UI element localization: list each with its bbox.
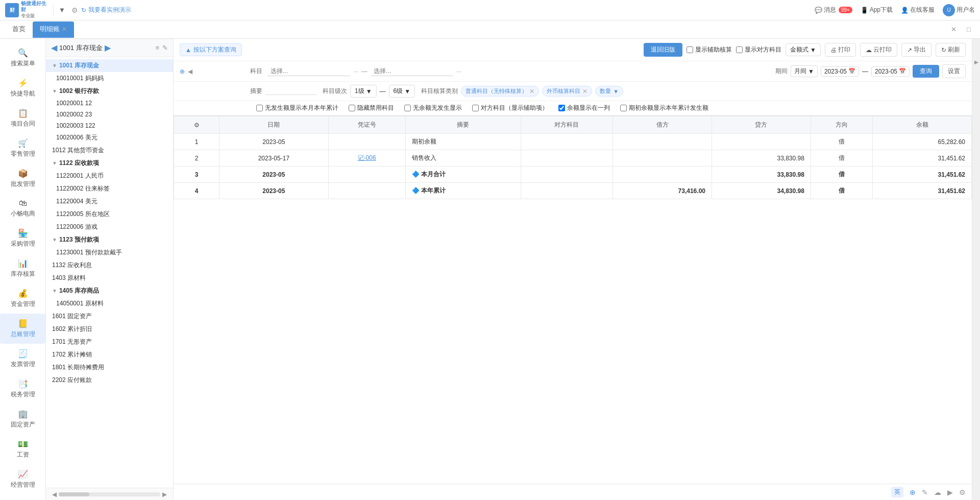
online-service-btn[interactable]: 👤 在线客服: [901, 6, 935, 14]
status-cloud-icon[interactable]: ☁: [934, 488, 941, 496]
breadcrumb-current[interactable]: ▲ 按以下方案查询: [180, 43, 242, 56]
tree-node-1403[interactable]: 1403 原材料: [46, 272, 173, 284]
nav-item-purchase[interactable]: 🏪 采购管理: [0, 223, 45, 253]
nav-item-ledger[interactable]: 📒 总账管理: [0, 314, 45, 344]
row2-voucher[interactable]: 记-006: [328, 150, 405, 166]
status-plus-icon[interactable]: ⊕: [910, 488, 916, 496]
export-btn[interactable]: ↗ 导出: [901, 43, 932, 57]
nav-item-assets[interactable]: 🏢 固定资产: [0, 404, 45, 434]
tree-node-1701[interactable]: 1701 无形资产: [46, 336, 173, 348]
tag-foreign-close-icon[interactable]: ✕: [582, 88, 587, 95]
period-start-select[interactable]: 2023-05 📅: [821, 66, 859, 77]
period-type-select[interactable]: 月间 ▼: [791, 65, 818, 77]
tree-node-11220005[interactable]: 11220005 所在地区: [46, 208, 173, 221]
nav-item-management[interactable]: 📈 经营管理: [0, 464, 45, 494]
tree-node-11220001[interactable]: 11220001 人民币: [46, 170, 173, 182]
tree-node-1702[interactable]: 1702 累计摊销: [46, 348, 173, 361]
status-play-icon[interactable]: ▶: [947, 488, 953, 496]
tree-node-1601[interactable]: 1601 固定资产: [46, 310, 173, 323]
nav-item-invoice[interactable]: 🧾 发票管理: [0, 344, 45, 374]
return-old-btn[interactable]: 退回旧版: [644, 43, 682, 57]
tree-node-10020001[interactable]: 10020001 12: [46, 98, 173, 109]
status-cn-icon[interactable]: 英: [891, 487, 903, 497]
tree-node-10020003[interactable]: 10020003 122: [46, 120, 173, 131]
nav-item-search[interactable]: 🔍 搜索菜单: [0, 43, 45, 73]
amount-format-select[interactable]: 金额式 ▼: [786, 43, 821, 56]
nav-item-project[interactable]: 📋 项目合同: [0, 103, 45, 133]
tab-home[interactable]: 首页: [5, 21, 33, 38]
nav-item-expense[interactable]: 💳 小畅报销: [0, 494, 45, 500]
tab-close-icon[interactable]: ✕: [62, 26, 67, 33]
tab-detail[interactable]: 明细账 ✕: [33, 21, 74, 38]
tree-edit-icon[interactable]: ✎: [162, 44, 168, 52]
tree-node-2202[interactable]: 2202 应付账款: [46, 374, 173, 387]
tree-node-10010001[interactable]: 10010001 妈妈妈: [46, 72, 173, 85]
message-btn[interactable]: 💬 消息 99+: [815, 6, 852, 14]
tree-node-11230001[interactable]: 11230001 预付款款戴手: [46, 246, 173, 259]
nav-item-inventory[interactable]: 📊 库存核算: [0, 253, 45, 283]
cb-hide-disabled[interactable]: 隐藏禁用科目: [349, 104, 394, 112]
cloud-print-btn[interactable]: ☁ 云打印: [860, 43, 897, 57]
tree-node-1122[interactable]: ▼ 1122 应收款项: [46, 157, 173, 170]
col-settings[interactable]: ⚙: [174, 116, 219, 134]
collapse-icon[interactable]: ◀: [188, 68, 192, 75]
tree-node-10020006[interactable]: 10020006 美元: [46, 131, 173, 144]
arrow-left-icon[interactable]: ◀: [51, 43, 57, 53]
subject-filter-input[interactable]: [267, 66, 350, 76]
cb-contra-subject[interactable]: 对方科目（显示辅助项）: [472, 104, 548, 112]
tree-node-11220002[interactable]: 11220002 往来标签: [46, 182, 173, 195]
cb-opening-ytd[interactable]: 期初余额显示本年累计发生额: [620, 104, 708, 112]
nav-item-quick[interactable]: ⚡ 快捷导航: [0, 73, 45, 103]
nav-item-retail[interactable]: 🛒 零售管理: [0, 133, 45, 163]
tree-node-1001[interactable]: ▼ 1001 库存现金: [46, 59, 173, 72]
nav-item-wholesale[interactable]: 📦 批发管理: [0, 163, 45, 194]
tag-quantity[interactable]: 数量 ▼: [595, 86, 623, 97]
tree-scroll-bar[interactable]: ◀ ▶: [46, 488, 173, 500]
app-download-btn[interactable]: 📱 App下载: [861, 6, 893, 14]
demo-button[interactable]: ↻ 我要看实例演示: [81, 6, 131, 14]
nav-item-salary[interactable]: 💵 工资: [0, 434, 45, 464]
tree-node-1132[interactable]: 1132 应收利息: [46, 259, 173, 272]
refresh-btn[interactable]: ↻ 刷新: [936, 43, 966, 57]
cb-balance-one-col[interactable]: 余额显示在一列: [558, 104, 610, 112]
cb-no-amount[interactable]: 无发生额显示本月本年累计: [256, 104, 338, 112]
tree-node-10020002[interactable]: 10020002 23: [46, 109, 173, 120]
cb-no-balance[interactable]: 无余额无发生显示: [404, 104, 462, 112]
nav-item-ecommerce[interactable]: 🛍 小畅电商: [0, 194, 45, 223]
tree-node-1123[interactable]: ▼ 1123 预付款项: [46, 233, 173, 246]
scroll-left-arrow[interactable]: ◀: [50, 491, 59, 498]
status-edit-icon[interactable]: ✎: [922, 488, 928, 496]
tree-node-11220006[interactable]: 11220006 游戏: [46, 221, 173, 233]
window-maximize-btn[interactable]: □: [963, 25, 975, 34]
tree-menu-icon[interactable]: ≡: [155, 44, 159, 52]
summary-input[interactable]: [265, 87, 316, 95]
right-collapse-icon[interactable]: ▶: [974, 59, 978, 65]
level-start-select[interactable]: 1级 ▼: [350, 85, 377, 98]
settings-icon[interactable]: ⚙: [68, 5, 81, 16]
window-close-btn[interactable]: ✕: [947, 25, 961, 34]
tree-node-1405[interactable]: ▼ 1405 库存商品: [46, 284, 173, 297]
user-area[interactable]: U 用户名: [943, 4, 975, 16]
print-btn[interactable]: 🖨 打印: [825, 43, 856, 57]
show-help-calc-checkbox[interactable]: 显示辅助核算: [687, 45, 732, 54]
tree-node-14050001[interactable]: 14050001 原材料: [46, 297, 173, 310]
tree-node-1602[interactable]: 1602 累计折旧: [46, 323, 173, 336]
filter-settings-icon[interactable]: ⊕: [180, 68, 185, 75]
forward-arrow-icon[interactable]: ▶: [105, 43, 111, 53]
tree-node-1002[interactable]: ▼ 1002 银行存款: [46, 85, 173, 98]
nav-item-tax[interactable]: 📑 税务管理: [0, 374, 45, 404]
dropdown-icon[interactable]: ▼: [56, 5, 68, 15]
subject-filter-input2[interactable]: [371, 66, 453, 76]
tree-node-1012[interactable]: 1012 其他货币资金: [46, 144, 173, 157]
tree-node-1801[interactable]: 1801 长期待摊费用: [46, 361, 173, 374]
tree-node-11220004[interactable]: 11220004 美元: [46, 195, 173, 208]
filter-settings-btn[interactable]: 设置: [942, 64, 966, 78]
scroll-right-arrow[interactable]: ▶: [160, 491, 169, 498]
status-gear-icon[interactable]: ⚙: [959, 488, 966, 496]
period-end-select[interactable]: 2023-05 📅: [871, 66, 910, 77]
query-btn[interactable]: 查询: [913, 65, 939, 78]
nav-item-finance[interactable]: 💰 资金管理: [0, 283, 45, 314]
tag-normal-close-icon[interactable]: ✕: [529, 88, 534, 95]
show-contra-checkbox[interactable]: 显示对方科目: [736, 45, 781, 54]
scroll-track[interactable]: [59, 492, 160, 496]
